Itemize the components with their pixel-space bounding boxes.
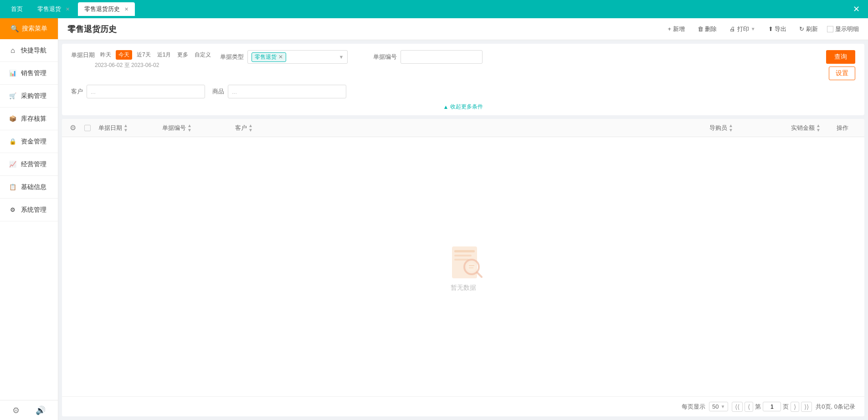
sidebar-item-sales-mgmt[interactable]: 📊 销售管理 <box>0 62 58 85</box>
pagination: 每页显示 50 ▼ ⟨⟨ ⟨ 第 页 ⟩ ⟩⟩ 共0页, 0条记录 <box>62 396 864 416</box>
date-btn-yesterday[interactable]: 昨天 <box>98 51 113 59</box>
next-page-button[interactable]: ⟩ <box>791 402 799 412</box>
search-menu[interactable]: 🔍 搜索菜单 <box>0 18 58 39</box>
new-button[interactable]: + 新增 <box>664 23 688 35</box>
type-select[interactable]: 零售退货 ✕ ▼ <box>247 50 348 64</box>
sidebar-item-purchase-label: 采购管理 <box>21 92 46 100</box>
date-btn-more[interactable]: 更多 <box>175 51 190 59</box>
date-btn-today[interactable]: 今天 <box>116 50 132 60</box>
tab-retail-return-close[interactable]: ✕ <box>66 6 70 12</box>
date-filter-label: 单据日期 <box>71 51 95 59</box>
th-date-label: 单据日期 <box>98 124 122 132</box>
th-amount[interactable]: 实销金额 ▲▼ <box>770 123 824 133</box>
sidebar-item-operation[interactable]: 📈 经营管理 <box>0 153 58 176</box>
top-tab-bar: 首页 零售退货 ✕ 零售退货历史 ✕ ✕ <box>0 0 868 18</box>
th-number-label: 单据编号 <box>162 124 186 132</box>
tab-retail-return-history[interactable]: 零售退货历史 ✕ <box>78 2 135 16</box>
goods-select[interactable]: ... <box>228 85 346 98</box>
customer-filter: 客户 ... <box>71 85 205 98</box>
print-chevron-icon: ▼ <box>751 26 755 31</box>
search-icon: 🔍 <box>10 25 19 33</box>
th-customer-sort-icon: ▲▼ <box>248 123 253 133</box>
query-button[interactable]: 查询 <box>826 50 855 64</box>
select-all-checkbox[interactable] <box>80 125 95 131</box>
tab-retail-return-history-close[interactable]: ✕ <box>124 6 128 12</box>
print-button[interactable]: 🖨 打印 ▼ <box>726 23 759 35</box>
table-area: ⚙ 单据日期 ▲▼ 单据编号 ▲▼ 客户 ▲▼ 导购员 <box>62 119 864 416</box>
inventory-icon: 📦 <box>8 114 17 123</box>
settings-icon[interactable]: ⚙ <box>12 405 20 415</box>
th-number[interactable]: 单据编号 ▲▼ <box>159 123 231 133</box>
page-title: 零售退货历史 <box>67 24 117 35</box>
th-customer[interactable]: 客户 ▲▼ <box>231 123 706 133</box>
finance-icon: 🔒 <box>8 137 17 146</box>
sidebar-item-purchase-mgmt[interactable]: 🛒 采购管理 <box>0 85 58 108</box>
th-guide[interactable]: 导购员 ▲▼ <box>706 123 770 133</box>
sidebar-item-quick-nav[interactable]: ⌂ 快捷导航 <box>0 39 58 62</box>
show-detail-checkbox[interactable] <box>827 26 833 32</box>
sys-icon: ⚙ <box>8 205 17 215</box>
type-filter-label: 单据类型 <box>220 53 244 61</box>
tab-home-label: 首页 <box>11 5 23 13</box>
sidebar-item-basic-info-label: 基础信息 <box>21 183 46 191</box>
prev-page-button[interactable]: ⟨ <box>745 402 753 412</box>
th-guide-sort-icon: ▲▼ <box>729 123 733 133</box>
export-button[interactable]: ⬆ 导出 <box>765 23 791 35</box>
type-tag-close[interactable]: ✕ <box>278 54 283 60</box>
collapse-button[interactable]: ▲ 收起更多条件 <box>71 101 855 112</box>
date-shortcuts: 昨天 今天 近7天 近1月 更多 自定义 <box>98 50 213 60</box>
first-page-button[interactable]: ⟨⟨ <box>732 402 743 412</box>
filter-area: 单据日期 昨天 今天 近7天 近1月 更多 自定义 2023-06-02 至 2… <box>62 44 864 115</box>
page-size-label: 每页显示 <box>682 403 705 411</box>
th-date[interactable]: 单据日期 ▲▼ <box>95 123 159 133</box>
customer-placeholder: ... <box>91 88 96 95</box>
new-label: + 新增 <box>668 25 684 33</box>
page-header: 零售退货历史 + 新增 🗑 删除 🖨 打印 ▼ ⬆ 导出 ↻ 刷新 <box>58 18 868 40</box>
show-detail-toggle[interactable]: 显示明细 <box>827 25 859 33</box>
column-settings-icon[interactable]: ⚙ <box>66 123 80 132</box>
sidebar: 🔍 搜索菜单 ⌂ 快捷导航 📊 销售管理 🛒 采购管理 📦 库存核算 🔒 <box>0 18 58 420</box>
print-label: 🖨 打印 <box>729 25 749 33</box>
th-date-sort-icon: ▲▼ <box>123 123 128 133</box>
page-number-input[interactable] <box>763 402 781 411</box>
refresh-label: ↻ 刷新 <box>799 25 818 33</box>
sales-icon: 📊 <box>8 69 17 78</box>
th-ops: 操作 <box>824 124 861 132</box>
sidebar-item-finance[interactable]: 🔒 资金管理 <box>0 130 58 153</box>
sidebar-item-inventory[interactable]: 📦 库存核算 <box>0 108 58 130</box>
last-page-button[interactable]: ⟩⟩ <box>801 402 812 412</box>
sidebar-item-operation-label: 经营管理 <box>21 160 46 169</box>
sidebar-item-finance-label: 资金管理 <box>21 138 46 146</box>
purchase-icon: 🛒 <box>8 92 17 101</box>
customer-select[interactable]: ... <box>87 85 205 98</box>
goods-filter: 商品 ... <box>212 85 346 98</box>
sidebar-item-sales-label: 销售管理 <box>21 69 46 77</box>
sidebar-item-basic-info[interactable]: 📋 基础信息 <box>0 176 58 199</box>
refresh-button[interactable]: ↻ 刷新 <box>796 23 822 35</box>
tab-list: 首页 零售退货 ✕ 零售退货历史 ✕ <box>5 2 849 16</box>
tab-home[interactable]: 首页 <box>5 2 29 16</box>
svg-rect-2 <box>454 255 472 256</box>
date-btn-1month[interactable]: 近1月 <box>155 51 173 59</box>
customer-filter-label: 客户 <box>71 87 83 96</box>
filter-row-1: 单据日期 昨天 今天 近7天 近1月 更多 自定义 2023-06-02 至 2… <box>71 50 855 80</box>
page-label: 第 <box>755 403 761 411</box>
window-close-icon[interactable]: ✕ <box>849 4 863 14</box>
date-btn-7days[interactable]: 近7天 <box>135 51 153 59</box>
search-menu-label: 搜索菜单 <box>22 25 47 33</box>
tab-retail-return[interactable]: 零售退货 ✕ <box>31 2 76 16</box>
page-size-select[interactable]: 50 ▼ <box>709 402 728 411</box>
home-icon: ⌂ <box>8 46 17 55</box>
svg-rect-3 <box>454 259 469 261</box>
export-label: ⬆ 导出 <box>768 25 787 33</box>
volume-icon[interactable]: 🔊 <box>36 405 46 415</box>
th-amount-sort-icon: ▲▼ <box>816 123 821 133</box>
set-button[interactable]: 设置 <box>829 67 855 80</box>
delete-button[interactable]: 🗑 删除 <box>694 23 721 35</box>
sidebar-item-sys-mgmt[interactable]: ⚙ 系统管理 <box>0 199 58 221</box>
delete-label: 🗑 删除 <box>698 25 717 33</box>
date-btn-custom[interactable]: 自定义 <box>193 51 213 59</box>
header-actions: + 新增 🗑 删除 🖨 打印 ▼ ⬆ 导出 ↻ 刷新 显示明细 <box>664 23 859 35</box>
show-detail-label: 显示明细 <box>835 25 859 33</box>
number-input[interactable] <box>401 50 483 64</box>
